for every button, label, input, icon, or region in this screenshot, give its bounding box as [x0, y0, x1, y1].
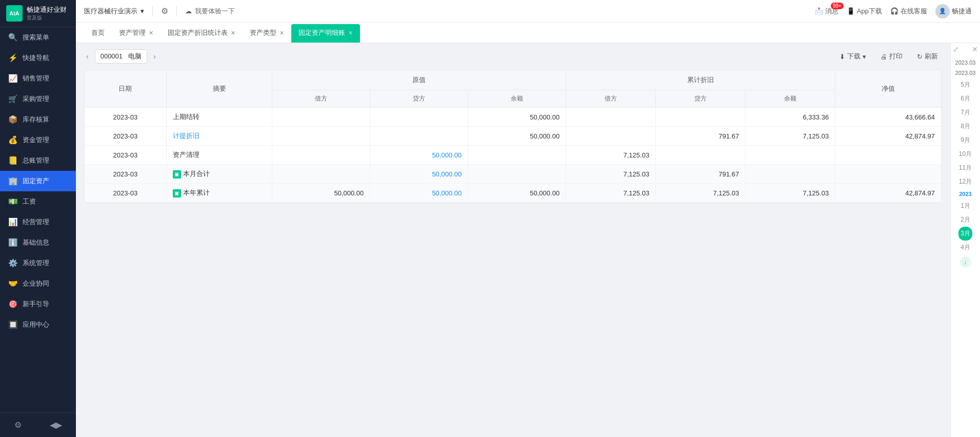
- cell-orig-balance: 50,000.00: [468, 184, 566, 203]
- cell-dep-credit: 7,125.03: [656, 184, 746, 203]
- sidebar-item-sales[interactable]: 📈 销售管理: [0, 68, 76, 89]
- sidebar-logo: AtA 畅捷通好业财 普及版: [0, 0, 76, 27]
- next-asset-btn[interactable]: ›: [151, 51, 158, 62]
- current-asset: 000001 电脑: [95, 49, 147, 64]
- timeline-month[interactable]: 9月: [957, 133, 974, 147]
- download-btn[interactable]: ⬇ 下载 ▾: [835, 50, 870, 63]
- tab-close-icon[interactable]: ✕: [149, 30, 153, 36]
- sidebar-item-ledger[interactable]: 📒 总账管理: [0, 150, 76, 171]
- cell-summary: 上期结转: [166, 108, 272, 127]
- divider: [152, 6, 153, 16]
- app-download-label: App下载: [857, 7, 882, 16]
- cell-orig-debit: 50,000.00: [272, 184, 370, 203]
- tab-label: 固定资产明细账: [298, 28, 345, 37]
- user-btn[interactable]: 👤 畅捷通: [935, 4, 972, 18]
- topbar: 医疗器械行业演示 ▾ ⚙ ☁ 我要体验一下 📩 消息 99+ 📱 App下载 🎧…: [76, 0, 980, 23]
- customer-service-btn[interactable]: 🎧 在线客服: [890, 7, 927, 16]
- experience-btn[interactable]: ☁ 我要体验一下: [185, 7, 235, 16]
- sidebar-item-app-center[interactable]: 🔲 应用中心: [0, 314, 76, 335]
- tab-close-icon[interactable]: ✕: [348, 30, 353, 36]
- cell-dep-debit: [566, 108, 656, 127]
- cell-dep-debit: 7,125.03: [566, 146, 656, 165]
- refresh-btn[interactable]: ↻ 刷新: [913, 50, 942, 63]
- cell-summary: 计提折旧: [166, 127, 272, 146]
- timeline-year-2023: 2023: [959, 189, 971, 199]
- settings-gear-icon[interactable]: ⚙: [161, 6, 168, 16]
- sidebar-item-basic-info[interactable]: ℹ️ 基础信息: [0, 232, 76, 253]
- timeline-month[interactable]: 7月: [957, 106, 974, 120]
- collapse-btn[interactable]: ◀▶: [46, 418, 66, 432]
- sidebar-item-label: 经营管理: [23, 217, 49, 227]
- print-btn[interactable]: 🖨 打印: [876, 50, 907, 63]
- timeline-month[interactable]: 5月: [957, 78, 974, 92]
- sidebar-item-search[interactable]: 🔍 搜索菜单: [0, 27, 76, 48]
- cell-orig-balance: 50,000.00: [468, 108, 566, 127]
- cell-orig-credit: [370, 108, 468, 127]
- cell-dep-balance: 7,125.03: [746, 127, 835, 146]
- cell-date: 2023-03: [85, 108, 166, 127]
- app-download-btn[interactable]: 📱 App下载: [847, 7, 882, 16]
- company-selector[interactable]: 医疗器械行业演示 ▾: [84, 7, 144, 16]
- sidebar-item-label: 采购管理: [23, 94, 49, 104]
- timeline-scroll-down[interactable]: ↓: [960, 256, 971, 268]
- sidebar-item-inventory[interactable]: 📦 库存核算: [0, 109, 76, 130]
- timeline-month[interactable]: 6月: [957, 92, 974, 106]
- settings-btn[interactable]: ⚙: [10, 418, 26, 432]
- cell-summary: ▣本月合计: [166, 165, 272, 184]
- timeline-month[interactable]: 8月: [957, 120, 974, 133]
- grid-icon: 🔲: [8, 320, 17, 329]
- tab-asset-mgmt[interactable]: 资产管理 ✕: [112, 24, 161, 43]
- sidebar-item-label: 销售管理: [23, 74, 49, 83]
- notification-btn[interactable]: 📩 消息 99+: [815, 7, 838, 16]
- prev-asset-btn[interactable]: ‹: [84, 51, 91, 62]
- sidebar-item-quick-nav[interactable]: ⚡ 快捷导航: [0, 48, 76, 68]
- sidebar-item-purchase[interactable]: 🛒 采购管理: [0, 89, 76, 109]
- sidebar-item-system[interactable]: ⚙️ 系统管理: [0, 253, 76, 273]
- topbar-right: 📩 消息 99+ 📱 App下载 🎧 在线客服 👤 畅捷通: [815, 4, 972, 18]
- cell-date: 2023-03: [85, 127, 166, 146]
- cell-net-value: [835, 146, 942, 165]
- timeline-month[interactable]: 10月: [957, 147, 974, 161]
- tab-asset-detail[interactable]: 固定资产明细账 ✕: [291, 24, 360, 43]
- cell-dep-debit: 7,125.03: [566, 184, 656, 203]
- tab-home[interactable]: 首页: [84, 24, 112, 43]
- timeline-month[interactable]: 12月: [957, 175, 974, 189]
- col-original-value: 原值: [272, 70, 566, 90]
- sidebar-item-salary[interactable]: 💵 工资: [0, 191, 76, 212]
- avatar: 👤: [935, 4, 950, 18]
- tab-close-icon[interactable]: ✕: [231, 30, 235, 36]
- sidebar-item-label: 工资: [23, 197, 36, 206]
- username-label: 畅捷通: [952, 7, 972, 16]
- timeline-month[interactable]: 2月: [956, 213, 974, 227]
- cell-dep-credit: 791.67: [656, 165, 746, 184]
- cell-net-value: 42,874.97: [835, 127, 942, 146]
- tab-asset-type[interactable]: 资产类型 ✕: [243, 24, 291, 43]
- detail-table-container: 日期 摘要 原值 累计折旧 净值 借方 贷方 余额 借方 贷方 余额: [84, 70, 942, 203]
- sidebar-item-operations[interactable]: 📊 经营管理: [0, 212, 76, 232]
- print-label: 打印: [889, 52, 903, 61]
- col-orig-credit: 贷方: [370, 90, 468, 108]
- tab-depreciation-table[interactable]: 固定资产折旧统计表 ✕: [161, 24, 243, 43]
- sidebar-item-enterprise[interactable]: 🤝 企业协同: [0, 273, 76, 294]
- sidebar-item-label: 固定资产: [23, 176, 49, 186]
- timeline-month[interactable]: 1月: [956, 199, 974, 213]
- sidebar-item-fixed-assets[interactable]: 🏢 固定资产: [0, 171, 76, 191]
- timeline-header-1: 2023.03: [955, 57, 976, 68]
- tab-close-icon[interactable]: ✕: [279, 30, 284, 36]
- timeline-month[interactable]: 11月: [957, 161, 974, 175]
- sidebar-item-capital[interactable]: 💰 资金管理: [0, 130, 76, 150]
- tab-label: 资产类型: [250, 28, 276, 37]
- col-dep-balance: 余额: [746, 90, 835, 108]
- sidebar-item-guide[interactable]: 🎯 新手引导: [0, 294, 76, 314]
- timeline-expand-btn[interactable]: ⤢: [953, 45, 959, 53]
- headset-icon: 🎧: [890, 7, 898, 15]
- timeline-month[interactable]: 3月: [958, 227, 972, 241]
- timeline-close-btn[interactable]: ✕: [972, 45, 978, 53]
- chevron-down-icon: ▾: [141, 7, 144, 15]
- sidebar-nav: 🔍 搜索菜单 ⚡ 快捷导航 📈 销售管理 🛒 采购管理 📦 库存核算 💰 资金管…: [0, 27, 76, 412]
- bell-icon: 📩: [815, 7, 823, 15]
- cell-dep-credit: [656, 108, 746, 127]
- timeline-month[interactable]: 4月: [956, 241, 974, 254]
- company-name: 医疗器械行业演示: [84, 7, 137, 16]
- cell-dep-credit: [656, 146, 746, 165]
